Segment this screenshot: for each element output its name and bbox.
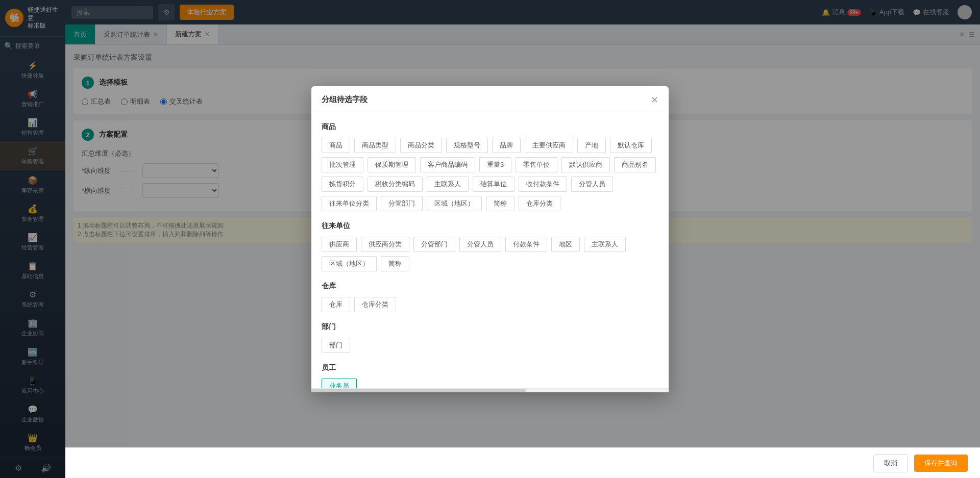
modal-header: 分组待选字段 ✕ (311, 86, 669, 114)
field-tax-code[interactable]: 税收分类编码 (368, 177, 423, 192)
field-goods-alias[interactable]: 商品别名 (614, 157, 656, 172)
field-short-name2[interactable]: 简称 (381, 256, 409, 271)
section-department: 部门 部门 (322, 322, 658, 353)
section-partner-fields: 供应商 供应商分类 分管部门 分管人员 付款条件 地区 主联系人 区域（地区） … (322, 237, 658, 271)
section-warehouse-title: 仓库 (322, 282, 658, 291)
field-salesperson[interactable]: 业务员 (322, 379, 357, 388)
field-batch-mgmt[interactable]: 批次管理 (322, 157, 363, 172)
field-select-modal: 分组待选字段 ✕ 商品 商品 商品类型 商品分类 规格型号 品牌 主要供应商 产… (311, 86, 669, 392)
section-goods: 商品 商品 商品类型 商品分类 规格型号 品牌 主要供应商 产地 默认仓库 批次… (322, 122, 658, 211)
field-short-name[interactable]: 简称 (486, 196, 514, 211)
field-goods-category[interactable]: 商品分类 (400, 138, 442, 153)
modal-close-btn[interactable]: ✕ (651, 94, 658, 106)
section-employee-title: 员工 (322, 363, 658, 372)
field-main-supplier[interactable]: 主要供应商 (525, 138, 573, 153)
save-button[interactable]: 保存并查询 (914, 455, 968, 472)
section-department-fields: 部门 (322, 338, 658, 353)
section-department-title: 部门 (322, 322, 658, 332)
field-region-area2[interactable]: 区域（地区） (322, 256, 377, 271)
section-employee: 员工 业务员 (322, 363, 658, 388)
section-warehouse: 仓库 仓库 仓库分类 (322, 282, 658, 312)
modal-hscrollbar-thumb (311, 389, 526, 392)
field-incoming-unit-cat[interactable]: 往来单位分类 (322, 196, 377, 211)
field-warehouse-category[interactable]: 仓库分类 (519, 196, 560, 211)
field-warehouse-cat[interactable]: 仓库分类 (354, 297, 396, 312)
field-goods[interactable]: 商品 (322, 138, 350, 153)
field-brand[interactable]: 品牌 (492, 138, 521, 153)
field-payment-terms[interactable]: 收付款条件 (519, 177, 567, 192)
field-dept[interactable]: 分管部门 (413, 237, 455, 252)
field-region-area[interactable]: 区域（地区） (427, 196, 482, 211)
section-goods-title: 商品 (322, 122, 658, 132)
field-area[interactable]: 地区 (551, 237, 580, 252)
field-origin[interactable]: 产地 (577, 138, 606, 153)
section-goods-fields: 商品 商品类型 商品分类 规格型号 品牌 主要供应商 产地 默认仓库 批次管理 … (322, 138, 658, 211)
field-customer-code[interactable]: 客户商品编码 (420, 157, 475, 172)
field-warehouse[interactable]: 仓库 (322, 297, 350, 312)
modal-hscrollbar[interactable] (311, 388, 669, 392)
cancel-button[interactable]: 取消 (873, 454, 908, 472)
section-warehouse-fields: 仓库 仓库分类 (322, 297, 658, 312)
field-manage-staff[interactable]: 分管人员 (459, 237, 501, 252)
field-supplier-category[interactable]: 供应商分类 (361, 237, 409, 252)
section-partner-title: 往来单位 (322, 221, 658, 231)
field-default-supplier[interactable]: 默认供应商 (561, 157, 610, 172)
field-pay-terms[interactable]: 付款条件 (505, 237, 547, 252)
field-default-warehouse[interactable]: 默认仓库 (610, 138, 652, 153)
field-expiry-mgmt[interactable]: 保质期管理 (368, 157, 416, 172)
section-partner: 往来单位 供应商 供应商分类 分管部门 分管人员 付款条件 地区 主联系人 区域… (322, 221, 658, 271)
field-manage-dept[interactable]: 分管部门 (381, 196, 423, 211)
section-employee-fields: 业务员 (322, 379, 658, 388)
field-supplier[interactable]: 供应商 (322, 237, 357, 252)
field-manager[interactable]: 分管人员 (571, 177, 613, 192)
field-main-contact[interactable]: 主联系人 (427, 177, 469, 192)
modal-body[interactable]: 商品 商品 商品类型 商品分类 规格型号 品牌 主要供应商 产地 默认仓库 批次… (311, 114, 669, 388)
field-spec-type[interactable]: 规格型号 (446, 138, 488, 153)
field-retail-unit[interactable]: 零售单位 (516, 157, 557, 172)
bottom-bar: 取消 保存并查询 (65, 447, 980, 478)
field-contact-person[interactable]: 主联系人 (584, 237, 626, 252)
field-settle-unit[interactable]: 结算单位 (473, 177, 514, 192)
field-weight3[interactable]: 重量3 (479, 157, 511, 172)
field-goods-type[interactable]: 商品类型 (354, 138, 396, 153)
field-pick-score[interactable]: 拣货积分 (322, 177, 363, 192)
field-department[interactable]: 部门 (322, 338, 350, 353)
modal-title: 分组待选字段 (322, 95, 368, 105)
